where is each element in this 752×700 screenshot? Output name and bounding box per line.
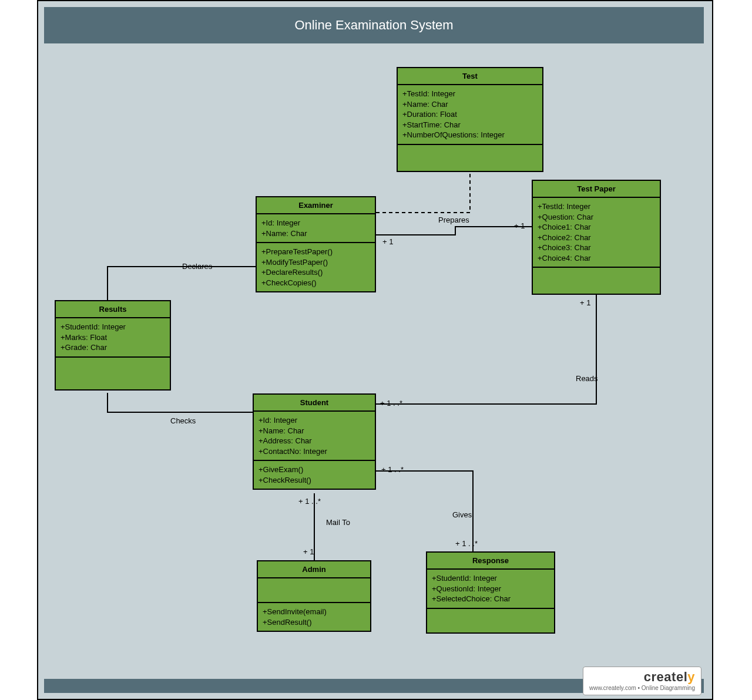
class-attributes: +Id: Integer +Name: Char +Address: Char … bbox=[254, 412, 375, 461]
mult-gives-top: + 1 . .* bbox=[381, 465, 404, 474]
class-attributes bbox=[258, 578, 370, 603]
mult-mailto-bottom: + 1 bbox=[303, 547, 314, 556]
diagram-canvas: Test +TestId: Integer +Name: Char +Durat… bbox=[44, 49, 704, 672]
class-name: Student bbox=[254, 395, 375, 412]
class-examiner[interactable]: Examiner +Id: Integer +Name: Char +Prepa… bbox=[256, 196, 376, 292]
class-operations: +PrepareTestPaper() +ModifyTestPaper() +… bbox=[257, 243, 375, 291]
label-prepares: Prepares bbox=[438, 216, 469, 224]
mult-mailto-top: + 1 . .* bbox=[298, 497, 321, 506]
class-response[interactable]: Response +StudentId: Integer +QuestionId… bbox=[426, 551, 555, 634]
label-gives: Gives bbox=[452, 510, 472, 519]
class-admin[interactable]: Admin +SendInvite(email) +SendResult() bbox=[257, 560, 371, 632]
class-attributes: +StudentId: Integer +Marks: Float +Grade… bbox=[56, 318, 170, 358]
class-attributes: +TestId: Integer +Question: Char +Choice… bbox=[533, 198, 660, 268]
class-attributes: +Id: Integer +Name: Char bbox=[257, 214, 375, 243]
title-bar: Online Examination System bbox=[44, 7, 704, 43]
class-name: Test Paper bbox=[533, 181, 660, 198]
label-reads: Reads bbox=[576, 374, 598, 383]
class-operations bbox=[56, 358, 170, 389]
mult-reads-top: + 1 bbox=[580, 298, 590, 307]
label-declares: Declares bbox=[182, 262, 212, 271]
class-name: Results bbox=[56, 301, 170, 318]
class-attributes: +StudentId: Integer +QuestionId: Integer… bbox=[427, 570, 554, 609]
class-results[interactable]: Results +StudentId: Integer +Marks: Floa… bbox=[55, 300, 171, 391]
label-checks: Checks bbox=[170, 416, 196, 425]
label-mailto: Mail To bbox=[326, 518, 350, 527]
class-name: Test bbox=[398, 68, 542, 85]
class-attributes: +TestId: Integer +Name: Char +Duration: … bbox=[398, 85, 542, 145]
brand-logo: creately bbox=[589, 669, 695, 685]
class-name: Response bbox=[427, 553, 554, 570]
outer-frame: Online Examination System bbox=[37, 0, 713, 700]
class-student[interactable]: Student +Id: Integer +Name: Char +Addres… bbox=[253, 393, 376, 490]
mult-gives-bottom: + 1 . .* bbox=[455, 539, 478, 548]
class-operations bbox=[533, 268, 660, 294]
class-test[interactable]: Test +TestId: Integer +Name: Char +Durat… bbox=[397, 67, 543, 172]
class-operations: +SendInvite(email) +SendResult() bbox=[258, 603, 370, 631]
class-name: Examiner bbox=[257, 197, 375, 214]
class-operations bbox=[427, 609, 554, 632]
diagram-stage: Online Examination System bbox=[0, 0, 752, 700]
diagram-title: Online Examination System bbox=[294, 18, 453, 33]
brand-tagline: www.creately.com • Online Diagramming bbox=[589, 685, 695, 691]
class-operations: +GiveExam() +CheckResult() bbox=[254, 461, 375, 489]
class-test-paper[interactable]: Test Paper +TestId: Integer +Question: C… bbox=[532, 180, 661, 295]
class-name: Admin bbox=[258, 561, 370, 578]
mult-prepares-left: + 1 bbox=[382, 237, 393, 246]
mult-prepares-right: + 1 bbox=[514, 221, 525, 230]
brand-badge[interactable]: creately www.creately.com • Online Diagr… bbox=[583, 667, 701, 695]
mult-reads-left: + 1 . .* bbox=[380, 399, 402, 408]
class-operations bbox=[398, 145, 542, 171]
